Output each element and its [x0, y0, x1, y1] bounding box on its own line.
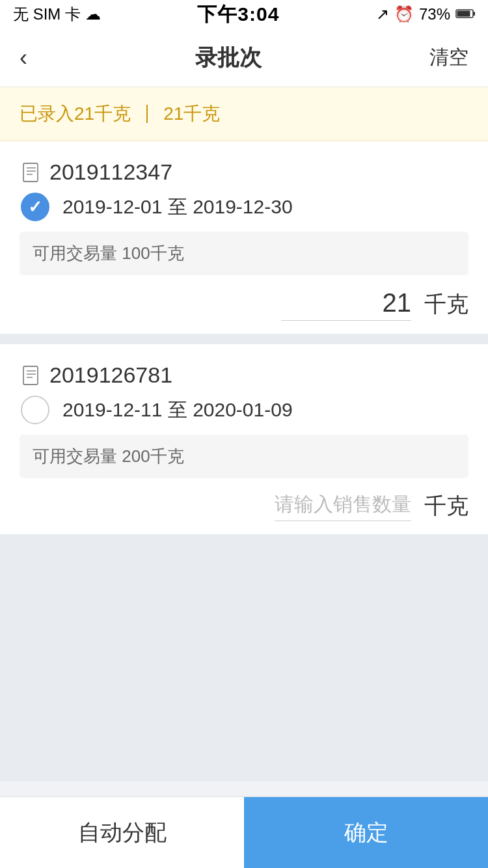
batch-header-2: 2019126781	[20, 362, 468, 388]
summary-bar: 已录入21千克 21千克	[0, 87, 488, 141]
bottom-spacer	[0, 534, 488, 781]
quantity-row-1: 21 千克	[0, 275, 488, 334]
batch-date-1: 2019-12-01 至 2019-12-30	[62, 194, 293, 221]
availability-2: 可用交易量 200千克	[20, 435, 468, 478]
clear-button[interactable]: 清空	[429, 44, 468, 71]
quantity-input-container-1: 21	[20, 288, 411, 321]
batch-item-1: 2019112347 ✓ 2019-12-01 至 2019-12-30 可用交…	[0, 141, 488, 275]
quantity-input-2[interactable]: 请输入销售数量	[275, 491, 411, 521]
batch-doc-icon-2	[20, 364, 43, 387]
svg-rect-7	[23, 366, 38, 385]
quantity-row-2: 请输入销售数量 千克	[0, 478, 488, 534]
batch-doc-icon-1	[20, 161, 43, 184]
batch-date-2: 2019-12-11 至 2020-01-09	[62, 397, 293, 424]
section-divider	[0, 334, 488, 344]
summary-value: 21千克	[163, 102, 220, 126]
battery-label: 73%	[419, 5, 450, 23]
nav-bar: ‹ 录批次 清空	[0, 29, 488, 87]
quantity-unit-1: 千克	[424, 290, 468, 319]
svg-rect-1	[473, 12, 475, 16]
bottom-bar: 自动分配 确定	[0, 796, 488, 868]
back-button[interactable]: ‹	[20, 44, 27, 72]
batch-date-row-1[interactable]: ✓ 2019-12-01 至 2019-12-30	[20, 193, 468, 221]
batch-number-2: 2019126781	[49, 362, 172, 388]
quantity-placeholder-2: 请输入销售数量	[275, 493, 411, 515]
quantity-input-1[interactable]: 21	[281, 288, 411, 321]
quantity-value-1: 21	[383, 288, 412, 317]
batch-radio-2[interactable]	[21, 396, 49, 424]
page-title: 录批次	[195, 43, 262, 73]
batch-section-1: 2019112347 ✓ 2019-12-01 至 2019-12-30 可用交…	[0, 141, 488, 334]
summary-entered-label: 已录入21千克	[20, 102, 131, 126]
no-sim-label: 无 SIM 卡 ☁	[13, 4, 101, 25]
confirm-button[interactable]: 确定	[244, 797, 488, 868]
location-icon: ↗	[376, 5, 389, 23]
batch-number-1: 2019112347	[49, 159, 172, 185]
check-icon-1: ✓	[28, 197, 42, 217]
availability-1: 可用交易量 100千克	[20, 232, 468, 275]
status-bar: 无 SIM 卡 ☁ 下午3:04 ↗ ⏰ 73%	[0, 0, 488, 29]
batch-header-1: 2019112347	[20, 159, 468, 185]
svg-rect-3	[23, 163, 38, 182]
status-left: 无 SIM 卡 ☁	[13, 4, 101, 25]
batch-section-2: 2019126781 2019-12-11 至 2020-01-09 可用交易量…	[0, 344, 488, 534]
batch-date-row-2[interactable]: 2019-12-11 至 2020-01-09	[20, 396, 468, 424]
battery-icon	[455, 5, 475, 23]
svg-rect-2	[457, 11, 470, 17]
quantity-unit-2: 千克	[424, 491, 468, 521]
alarm-icon: ⏰	[394, 5, 414, 23]
quantity-input-container-2: 请输入销售数量	[20, 491, 411, 521]
status-right: ↗ ⏰ 73%	[376, 5, 475, 23]
batch-radio-1[interactable]: ✓	[21, 193, 49, 221]
batch-item-2: 2019126781 2019-12-11 至 2020-01-09 可用交易量…	[0, 344, 488, 478]
auto-distribute-button[interactable]: 自动分配	[0, 797, 244, 868]
status-time: 下午3:04	[197, 1, 279, 28]
summary-divider	[146, 105, 148, 123]
